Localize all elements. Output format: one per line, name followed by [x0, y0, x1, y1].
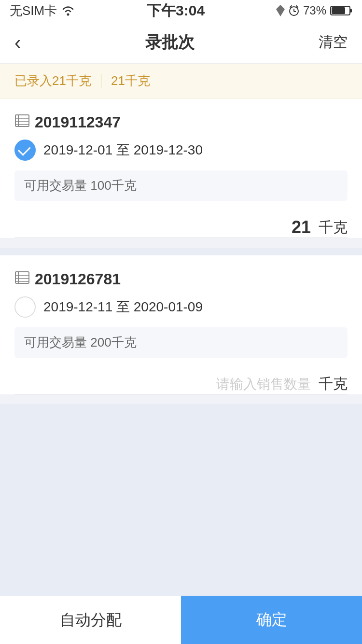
- batch-1-date-row[interactable]: 2019-12-01 至 2019-12-30: [14, 140, 348, 161]
- batch-1-header: 2019112347: [14, 113, 348, 132]
- svg-line-5: [296, 6, 298, 7]
- batch-2-date: 2019-12-11 至 2020-01-09: [43, 298, 203, 316]
- carrier-text: 无SIM卡: [10, 2, 57, 19]
- batch-2-date-row[interactable]: 2019-12-11 至 2020-01-09: [14, 296, 348, 318]
- confirm-button[interactable]: 确定: [181, 596, 362, 644]
- empty-area: [0, 412, 362, 615]
- batch-item-1: 2019112347 2019-12-01 至 2019-12-30 可用交易量…: [0, 98, 362, 238]
- batch-2-icon: [14, 270, 30, 289]
- status-time: 下午3:04: [147, 1, 205, 21]
- clear-button[interactable]: 清空: [319, 32, 348, 52]
- batch-1-qty-value: 21: [292, 217, 311, 238]
- batch-2-header: 2019126781: [14, 270, 348, 289]
- nav-bar: ‹ 录批次 清空: [0, 21, 362, 64]
- status-bar: 无SIM卡 下午3:04 73%: [0, 0, 362, 21]
- back-button[interactable]: ‹: [14, 33, 21, 52]
- batch-item-2: 2019126781 2019-12-11 至 2020-01-09 可用交易量…: [0, 255, 362, 394]
- batch-1-id: 2019112347: [35, 113, 121, 131]
- svg-rect-7: [350, 9, 352, 13]
- wifi-icon: [61, 5, 75, 16]
- batch-1-radio[interactable]: [14, 140, 36, 161]
- battery-icon: [330, 5, 352, 16]
- status-right: 73%: [276, 4, 352, 17]
- batch-2-id: 2019126781: [35, 270, 121, 288]
- batch-2-unit: 千克: [319, 374, 348, 394]
- batch-1-qty-row: 21 千克: [14, 212, 348, 238]
- batch-1-available: 可用交易量 100千克: [14, 170, 348, 201]
- banner-divider: [101, 74, 101, 88]
- batch-1-unit: 千克: [319, 218, 348, 238]
- batch-2-qty-placeholder: 请输入销售数量: [14, 375, 311, 393]
- recorded-label: 已录入21千克: [14, 72, 91, 89]
- batch-2-available: 可用交易量 200千克: [14, 327, 348, 358]
- batch-1-date: 2019-12-01 至 2019-12-30: [43, 141, 203, 159]
- page-title: 录批次: [145, 31, 195, 54]
- info-banner: 已录入21千克 21千克: [0, 64, 362, 98]
- svg-rect-8: [332, 7, 345, 14]
- section-divider-2: [0, 404, 362, 412]
- batch-2-qty-row: 请输入销售数量 千克: [14, 369, 348, 394]
- auto-distribute-button[interactable]: 自动分配: [0, 596, 181, 644]
- section-divider-1: [0, 248, 362, 255]
- alarm-icon: [289, 5, 299, 16]
- svg-point-0: [67, 14, 70, 16]
- status-carrier: 无SIM卡: [10, 2, 75, 19]
- battery-text: 73%: [303, 4, 326, 17]
- recorded-value: 21千克: [111, 72, 150, 89]
- batch-2-radio[interactable]: [14, 296, 36, 318]
- batch-1-icon: [14, 113, 30, 132]
- svg-line-4: [290, 6, 292, 7]
- location-icon: [276, 5, 285, 16]
- bottom-bar: 自动分配 确定: [0, 596, 362, 644]
